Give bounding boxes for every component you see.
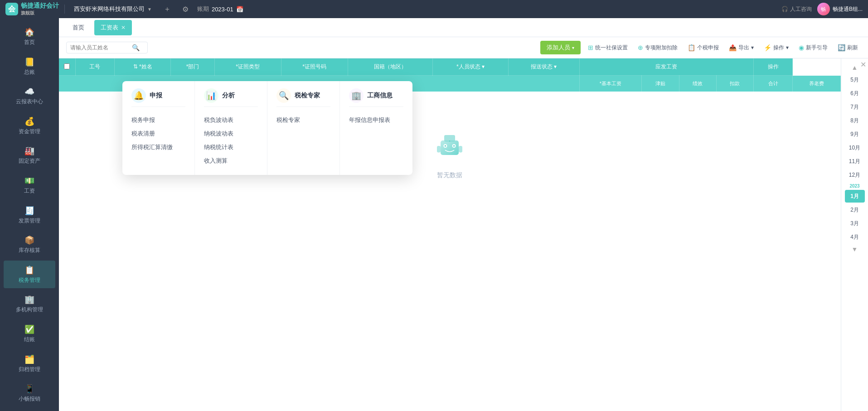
menu-item-annual-report[interactable]: 年报信息申报表	[349, 113, 403, 127]
sidebar-item-checkout[interactable]: ✅ 结账	[4, 320, 55, 348]
social-security-button[interactable]: ⊞ 统一社保设置	[585, 42, 630, 53]
cal-month-7[interactable]: 7月	[845, 101, 865, 113]
dropdown-arrow-icon: ▾	[572, 45, 574, 50]
operation-button[interactable]: ⚡ 操作 ▾	[761, 42, 791, 53]
support-button[interactable]: 🎧 人工咨询	[781, 5, 812, 13]
tax-icon: 📋	[24, 265, 34, 275]
cal-month-12[interactable]: 12月	[845, 169, 865, 181]
user-name: 畅捷通B组...	[833, 5, 863, 13]
inventory-icon: 📦	[24, 235, 34, 245]
cal-month-9[interactable]: 9月	[845, 128, 865, 140]
th-deduction: 扣款	[716, 76, 753, 92]
th-apply-wage: 应发工资	[579, 58, 753, 76]
svg-point-6	[453, 145, 455, 146]
company-selector[interactable]: 西安虾米网络科技有限公司 ▼	[70, 3, 155, 15]
cal-month-6[interactable]: 6月	[845, 87, 865, 100]
cal-month-8[interactable]: 8月	[845, 114, 865, 127]
tab-bar: 首页 工资表 ✕	[59, 18, 868, 37]
sidebar-item-fixed[interactable]: 🏭 固定资产	[4, 141, 55, 169]
xiaochang-icon: 📱	[24, 384, 34, 394]
calendar-scroll-down[interactable]: ▼	[849, 244, 860, 255]
th-region: 国籍（地区）	[348, 58, 433, 76]
menu-item-tax-stats[interactable]: 纳税统计表	[204, 140, 258, 154]
sidebar-item-wage[interactable]: 💵 工资	[4, 171, 55, 199]
app-version: 旗舰版	[21, 10, 59, 16]
svg-rect-8	[459, 146, 462, 152]
header-right: 🎧 人工咨询 畅 畅捷通B组...	[781, 3, 863, 15]
sidebar-item-xiaochang[interactable]: 📱 小畅报销	[4, 379, 55, 407]
user-area[interactable]: 畅 畅捷通B组...	[817, 3, 863, 15]
menu-item-income-summary[interactable]: 所得税汇算清缴	[131, 140, 185, 154]
checkout-icon: ✅	[24, 324, 34, 334]
add-company-button[interactable]: ＋	[161, 3, 174, 15]
sidebar-item-fund[interactable]: 💰 资金管理	[4, 112, 55, 140]
sidebar-item-cloud[interactable]: ☁️ 云报表中心	[4, 82, 55, 110]
tax-return-label: 个税申报	[697, 44, 719, 52]
cal-month-1-active[interactable]: 1月	[845, 190, 865, 203]
menu-section-header-tax-expert: 🔍 税检专家	[276, 88, 330, 107]
home-icon: 🏠	[24, 27, 34, 37]
content-area: 首页 工资表 ✕ 🔍 添加人员 ▾ ⊞ 统一社保设置 ⊕ 专项附加扣除	[59, 18, 868, 411]
add-employee-button[interactable]: 添加人员 ▾	[540, 41, 581, 54]
operation-label: 操作	[773, 44, 784, 52]
multi-icon: 🏢	[24, 295, 34, 305]
sidebar-item-tax[interactable]: 📋 税务管理	[4, 261, 55, 289]
cal-month-2[interactable]: 2月	[845, 203, 865, 216]
status-filter-icon[interactable]: ▾	[482, 63, 485, 70]
tax-expert-title: 税检专家	[295, 92, 320, 100]
cal-month-5[interactable]: 5月	[845, 73, 865, 86]
export-label: 导出	[738, 44, 749, 52]
menu-grid: 🔔 申报 税务申报 税表清册 所得税汇算清缴 📊	[122, 81, 412, 175]
sidebar-item-multi[interactable]: 🏢 多机构管理	[4, 290, 55, 318]
sidebar-item-inventory[interactable]: 📦 库存核算	[4, 231, 55, 259]
tab-home[interactable]: 首页	[66, 20, 91, 35]
fixed-icon: 🏭	[24, 146, 34, 156]
select-all-checkbox[interactable]	[64, 63, 70, 69]
cal-month-4[interactable]: 4月	[845, 231, 865, 243]
th-name-sort-icon[interactable]: ⇅	[133, 63, 138, 70]
cal-month-10[interactable]: 10月	[845, 141, 865, 154]
menu-item-tax-burden[interactable]: 税负波动表	[204, 113, 258, 127]
menu-section-header-business-info: 🏢 工商信息	[349, 88, 403, 107]
new-guide-button[interactable]: ◉ 新手引导	[796, 42, 830, 53]
calendar-scroll-up[interactable]: ▲	[849, 62, 860, 73]
tax-return-button[interactable]: 📋 个税申报	[685, 42, 722, 53]
sidebar-item-home[interactable]: 🏠 首页	[4, 23, 55, 51]
sidebar-label-invoice: 发票管理	[19, 218, 40, 225]
menu-item-tax-inspect[interactable]: 税检专家	[276, 113, 330, 127]
th-dept: *部门	[171, 58, 214, 76]
export-button[interactable]: 📤 导出 ▾	[726, 42, 756, 53]
sidebar-item-settings[interactable]: ⚙️ 基础设置	[4, 409, 55, 411]
cal-month-11[interactable]: 11月	[845, 155, 865, 168]
menu-item-tax-payment[interactable]: 纳税波动表	[204, 127, 258, 140]
report-filter-icon[interactable]: ▾	[554, 63, 557, 70]
tab-wage[interactable]: 工资表 ✕	[94, 20, 132, 35]
toolbar: 🔍 添加人员 ▾ ⊞ 统一社保设置 ⊕ 专项附加扣除 📋 个税申报 📤 导出	[59, 37, 868, 58]
th-performance: 绩效	[679, 76, 716, 92]
menu-item-tax-declaration[interactable]: 税务申报	[131, 113, 185, 127]
refresh-button[interactable]: 🔄 刷新	[835, 42, 861, 53]
th-id-type: *证照类型	[214, 58, 281, 76]
refresh-label: 刷新	[847, 44, 858, 52]
add-label: 添加人员	[547, 44, 570, 52]
settings-icon[interactable]: ⚙	[179, 3, 192, 15]
special-deduction-button[interactable]: ⊕ 专项附加扣除	[635, 42, 680, 53]
header-divider-1	[64, 5, 65, 14]
th-checkbox[interactable]	[59, 58, 75, 76]
new-guide-icon: ◉	[799, 44, 804, 51]
calendar-icon[interactable]: 📅	[236, 6, 243, 13]
sidebar-item-invoice[interactable]: 🧾 发票管理	[4, 201, 55, 229]
menu-item-tax-clearance[interactable]: 税表清册	[131, 127, 185, 140]
menu-item-income-calc[interactable]: 收入测算	[204, 154, 258, 168]
close-panel-button[interactable]: ✕	[860, 60, 866, 69]
th-emp-id: 工号	[75, 58, 114, 76]
declaration-icon: 🔔	[131, 88, 146, 103]
main-layout: 🏠 首页 📒 总账 ☁️ 云报表中心 💰 资金管理 🏭 固定资产 💵 工资 🧾 …	[0, 18, 868, 411]
sidebar-item-archive[interactable]: 🗂️ 归档管理	[4, 350, 55, 378]
search-input[interactable]	[70, 44, 129, 51]
sidebar-item-ledger[interactable]: 📒 总账	[4, 53, 55, 81]
operation-icon: ⚡	[764, 44, 771, 51]
app-name: 畅捷通好会计	[21, 2, 59, 10]
cal-month-3[interactable]: 3月	[845, 217, 865, 230]
tab-close-icon[interactable]: ✕	[121, 24, 126, 31]
